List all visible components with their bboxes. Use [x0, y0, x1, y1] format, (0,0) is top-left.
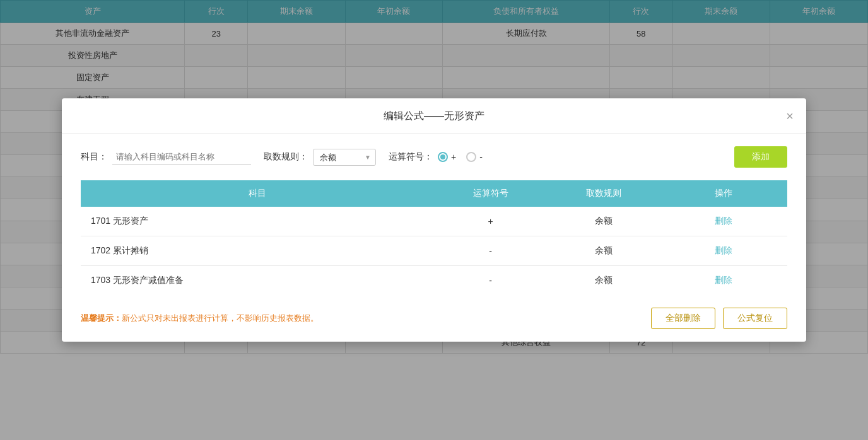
row-subject: 1701 无形资产 — [81, 207, 434, 236]
operator-radio-group: + - — [438, 152, 483, 162]
modal-table-th: 取数规则 — [547, 180, 660, 207]
subject-group: 科目： — [81, 149, 251, 165]
row-action-cell: 删除 — [660, 266, 787, 296]
row-operator: - — [434, 236, 547, 266]
row-operator: - — [434, 266, 547, 296]
row-operator: + — [434, 207, 547, 236]
modal-table-th: 科目 — [81, 180, 434, 207]
rule-label: 取数规则： — [264, 151, 308, 163]
row-subject: 1703 无形资产减值准备 — [81, 266, 434, 296]
form-row: 科目： 取数规则： 余额 借方 贷方 ▼ 运算符号： + — [62, 134, 806, 180]
delete-all-button[interactable]: 全部删除 — [651, 308, 715, 329]
row-rule: 余额 — [547, 207, 660, 236]
delete-row-1-button[interactable]: 删除 — [715, 245, 732, 257]
footer-buttons: 全部删除 公式复位 — [651, 308, 787, 329]
modal-table-row: 1701 无形资产+余额删除 — [81, 207, 787, 236]
hint-text: 新公式只对未出报表进行计算，不影响历史报表数据。 — [122, 313, 319, 323]
row-action-cell: 删除 — [660, 236, 787, 266]
operator-minus-label: - — [479, 152, 483, 162]
delete-row-0-button[interactable]: 删除 — [715, 216, 732, 227]
operator-minus-radio[interactable]: - — [466, 152, 483, 162]
operator-label: 运算符号： — [389, 151, 433, 163]
rule-select-wrapper: 余额 借方 贷方 ▼ — [313, 149, 376, 166]
modal-table: 科目运算符号取数规则操作 1701 无形资产+余额删除1702 累计摊销-余额删… — [81, 180, 787, 295]
subject-input[interactable] — [112, 149, 251, 165]
modal-table-th: 操作 — [660, 180, 787, 207]
modal-dialog: 编辑公式——无形资产 × 科目： 取数规则： 余额 借方 贷方 ▼ 运算符号： — [62, 98, 806, 342]
modal-table-row: 1702 累计摊销-余额删除 — [81, 236, 787, 266]
reset-formula-button[interactable]: 公式复位 — [723, 308, 787, 329]
modal-table-header-row: 科目运算符号取数规则操作 — [81, 180, 787, 207]
operator-plus-radio[interactable]: + — [438, 152, 456, 162]
operator-plus-label: + — [451, 152, 456, 162]
modal-close-button[interactable]: × — [786, 110, 794, 122]
row-action-cell: 删除 — [660, 207, 787, 236]
row-subject: 1702 累计摊销 — [81, 236, 434, 266]
row-rule: 余额 — [547, 236, 660, 266]
modal-table-row: 1703 无形资产减值准备-余额删除 — [81, 266, 787, 296]
modal-table-wrapper: 科目运算符号取数规则操作 1701 无形资产+余额删除1702 累计摊销-余额删… — [62, 180, 806, 295]
rule-select[interactable]: 余额 借方 贷方 — [313, 149, 376, 166]
modal-header: 编辑公式——无形资产 × — [62, 98, 806, 134]
radio-circle-plus — [438, 152, 448, 162]
hint-prefix: 温馨提示： — [81, 313, 122, 323]
add-button[interactable]: 添加 — [734, 146, 787, 168]
operator-group: 运算符号： + - — [389, 151, 483, 163]
modal-table-th: 运算符号 — [434, 180, 547, 207]
subject-label: 科目： — [81, 151, 107, 163]
delete-row-2-button[interactable]: 删除 — [715, 275, 732, 286]
modal-footer: 温馨提示：新公式只对未出报表进行计算，不影响历史报表数据。 全部删除 公式复位 — [62, 295, 806, 329]
row-rule: 余额 — [547, 266, 660, 296]
footer-hint: 温馨提示：新公式只对未出报表进行计算，不影响历史报表数据。 — [81, 313, 319, 324]
rule-group: 取数规则： 余额 借方 贷方 ▼ — [264, 149, 376, 166]
modal-table-body: 1701 无形资产+余额删除1702 累计摊销-余额删除1703 无形资产减值准… — [81, 207, 787, 295]
radio-circle-minus — [466, 152, 476, 162]
modal-title: 编辑公式——无形资产 — [384, 110, 484, 123]
